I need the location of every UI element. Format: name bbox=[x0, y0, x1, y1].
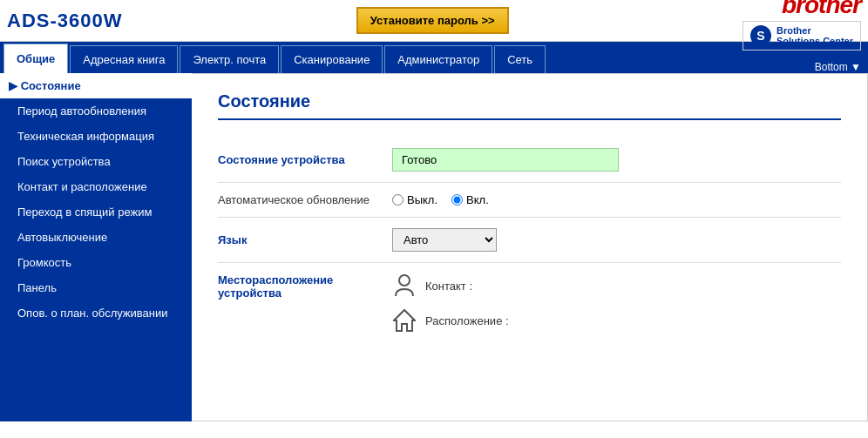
auto-update-off-radio[interactable] bbox=[392, 194, 403, 206]
contact-icon bbox=[392, 273, 417, 298]
language-value: Авто English Русский Deutsch Français bbox=[392, 228, 841, 252]
device-status-row: Состояние устройства Готово bbox=[218, 138, 841, 183]
svg-marker-1 bbox=[394, 310, 415, 331]
nav-tabs: Общие Адресная книга Электр. почта Скани… bbox=[0, 42, 868, 73]
language-select[interactable]: Авто English Русский Deutsch Français bbox=[392, 228, 497, 252]
tab-scan[interactable]: Сканирование bbox=[281, 45, 383, 73]
sidebar-item-status[interactable]: Состояние bbox=[0, 73, 192, 98]
auto-update-off-option[interactable]: Выкл. bbox=[392, 193, 437, 206]
device-status-field: Готово bbox=[392, 148, 619, 172]
auto-update-off-label: Выкл. bbox=[407, 193, 437, 206]
content-area: Состояние Состояние устройства Готово Ав… bbox=[192, 73, 868, 421]
location-label: Месторасположениеустройства bbox=[218, 273, 392, 300]
sidebar-item-find-device[interactable]: Поиск устройства bbox=[0, 149, 192, 174]
svg-point-0 bbox=[399, 275, 410, 286]
bottom-link[interactable]: Bottom ▼ bbox=[815, 61, 861, 73]
tab-address-book[interactable]: Адресная книга bbox=[70, 45, 178, 73]
sidebar-item-auto-off[interactable]: Автовыключение bbox=[0, 225, 192, 250]
sidebar-item-sleep-mode[interactable]: Переход в спящий режим bbox=[0, 199, 192, 225]
main-layout: Состояние Период автообновления Техничес… bbox=[0, 73, 868, 421]
auto-update-radio-group: Выкл. Вкл. bbox=[392, 193, 841, 206]
auto-update-on-option[interactable]: Вкл. bbox=[451, 193, 489, 206]
contact-field-item: Контакт : bbox=[392, 273, 841, 298]
brother-logo: brother bbox=[782, 0, 861, 19]
auto-update-row: Автоматическое обновление Выкл. Вкл. bbox=[218, 183, 841, 218]
person-icon bbox=[394, 273, 415, 298]
language-label: Язык bbox=[218, 233, 392, 246]
set-password-button[interactable]: Установите пароль >> bbox=[356, 7, 509, 34]
device-title: ADS-3600W bbox=[7, 10, 122, 32]
location-field-label: Расположение : bbox=[425, 314, 509, 327]
tab-email[interactable]: Электр. почта bbox=[180, 45, 279, 73]
auto-update-on-label: Вкл. bbox=[466, 193, 489, 206]
device-status-label: Состояние устройства bbox=[218, 153, 392, 166]
location-icon bbox=[392, 308, 417, 333]
solutions-center-button[interactable]: S BrotherSolutions Center bbox=[743, 21, 861, 51]
sidebar-item-panel[interactable]: Панель bbox=[0, 275, 192, 300]
header-right: brother S BrotherSolutions Center bbox=[743, 0, 861, 51]
auto-update-on-radio[interactable] bbox=[451, 194, 463, 206]
location-row: Месторасположениеустройства Контакт : bbox=[218, 263, 841, 343]
device-status-value: Готово bbox=[392, 148, 841, 172]
sidebar-item-tech-info[interactable]: Техническая информация bbox=[0, 124, 192, 149]
header: ADS-3600W Установите пароль >> brother S… bbox=[0, 0, 868, 42]
sidebar: Состояние Период автообновления Техничес… bbox=[0, 73, 192, 421]
auto-update-label: Автоматическое обновление bbox=[218, 193, 392, 206]
sidebar-item-service-notify[interactable]: Опов. о план. обслуживании bbox=[0, 300, 192, 326]
auto-update-value: Выкл. Вкл. bbox=[392, 193, 841, 206]
location-fields: Контакт : Расположение : bbox=[392, 273, 841, 333]
contact-label: Контакт : bbox=[425, 280, 472, 293]
tab-network[interactable]: Сеть bbox=[494, 45, 546, 73]
location-field-item: Расположение : bbox=[392, 308, 841, 333]
tab-general[interactable]: Общие bbox=[3, 44, 68, 73]
sidebar-item-contact-location[interactable]: Контакт и расположение bbox=[0, 174, 192, 199]
nav-right: Bottom ▼ bbox=[815, 61, 868, 73]
content-title: Состояние bbox=[218, 91, 841, 120]
solutions-center-label: BrotherSolutions Center bbox=[776, 25, 853, 46]
solutions-center-icon: S bbox=[750, 25, 771, 46]
tab-admin[interactable]: Администратор bbox=[384, 45, 492, 73]
language-row: Язык Авто English Русский Deutsch França… bbox=[218, 218, 841, 263]
sidebar-item-autoupdate-period[interactable]: Период автообновления bbox=[0, 98, 192, 124]
sidebar-item-volume[interactable]: Громкость bbox=[0, 250, 192, 275]
home-icon bbox=[393, 308, 416, 333]
